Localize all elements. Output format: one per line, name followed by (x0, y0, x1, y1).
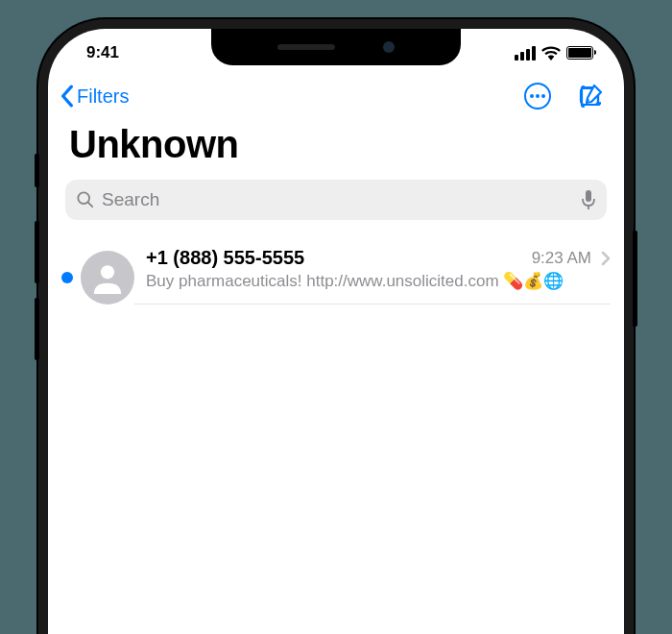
search-input[interactable] (102, 189, 574, 210)
side-button (633, 231, 637, 327)
svg-rect-6 (586, 190, 591, 202)
more-button[interactable] (524, 83, 551, 110)
status-time: 9:41 (86, 43, 119, 62)
speaker (277, 44, 335, 50)
avatar (81, 251, 134, 305)
back-label: Filters (77, 85, 129, 108)
message-row[interactable]: +1 (888) 555-5555 9:23 AM Buy pharmaceut… (48, 239, 624, 305)
mute-switch (35, 154, 39, 187)
search-icon (77, 191, 94, 208)
page-title: Unknown (48, 119, 624, 180)
person-icon (91, 261, 124, 294)
dictate-icon[interactable] (582, 190, 595, 209)
svg-point-0 (530, 94, 534, 98)
back-button[interactable]: Filters (60, 85, 129, 108)
battery-icon (566, 46, 593, 60)
compose-button[interactable] (578, 84, 603, 109)
volume-down-button (35, 298, 39, 360)
svg-point-2 (541, 94, 545, 98)
message-preview: Buy pharmaceuticals! http://www.unsolici… (146, 271, 611, 292)
front-camera (383, 41, 395, 53)
screen: 9:41 Filters (48, 29, 624, 634)
sender-name: +1 (888) 555-5555 (146, 247, 304, 269)
cellular-signal-icon (515, 46, 536, 61)
ellipsis-icon (530, 94, 545, 98)
message-list: +1 (888) 555-5555 9:23 AM Buy pharmaceut… (48, 239, 624, 305)
notch (211, 29, 461, 65)
unread-indicator (61, 272, 73, 283)
chevron-left-icon (60, 85, 75, 108)
chevron-right-icon (601, 251, 611, 266)
message-time: 9:23 AM (532, 249, 591, 268)
svg-line-5 (88, 203, 93, 207)
svg-point-8 (101, 265, 114, 279)
nav-bar: Filters (48, 77, 624, 119)
svg-point-1 (536, 94, 540, 98)
volume-up-button (35, 221, 39, 283)
phone-frame: 9:41 Filters (38, 19, 634, 634)
wifi-icon (541, 46, 561, 61)
search-bar[interactable] (65, 180, 607, 220)
